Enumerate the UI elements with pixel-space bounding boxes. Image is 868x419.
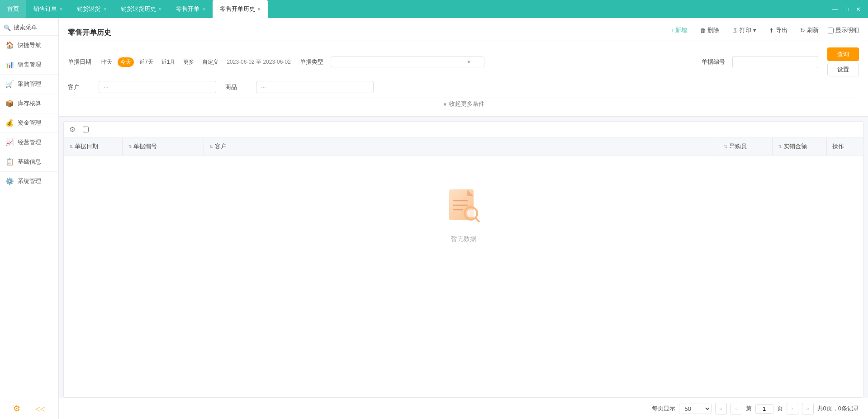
main-layout: 🔍 搜索采单 🏠快捷导航📊销售管理🛒采购管理📦库存核算💰资金管理📈经营管理📋基础…: [0, 18, 868, 419]
sort-icon-customer[interactable]: ⇅: [209, 144, 213, 149]
inventory-icon: 📦: [5, 99, 14, 108]
sidebar-search[interactable]: 🔍 搜索采单: [0, 18, 58, 36]
goods-input[interactable]: ···: [256, 81, 374, 93]
operations-icon: 📈: [5, 138, 14, 146]
close-button[interactable]: ✕: [856, 6, 861, 13]
svg-point-5: [467, 209, 475, 217]
customer-input[interactable]: ···: [99, 81, 216, 93]
nav-tab-home[interactable]: 首页: [0, 0, 26, 18]
content-area: 零售开单历史 + 新增 🗑 删除 🖨 打印 ▾ ⬆ 导出 ↻ 刷新: [59, 18, 868, 419]
goods-label: 商品: [225, 83, 252, 91]
nav-tab-sales-order[interactable]: 销售订单×: [26, 0, 70, 18]
page-unit: 页: [777, 405, 783, 413]
date-range-display: 2023-06-02 至 2023-06-02: [227, 58, 290, 66]
sort-icon-order[interactable]: ⇅: [128, 144, 132, 149]
show-detail-checkbox[interactable]: [828, 28, 834, 33]
prev-page-button[interactable]: ‹: [730, 403, 742, 414]
header-date: ⇅ 单据日期: [64, 138, 123, 155]
sidebar-item-inventory[interactable]: 📦库存核算: [0, 94, 58, 113]
page-title: 零售开单历史: [68, 28, 111, 38]
empty-state-icon: [441, 183, 486, 228]
sort-icon-amount[interactable]: ⇅: [778, 144, 782, 149]
page-size-label: 每页显示: [652, 405, 675, 413]
top-nav-bar: 首页销售订单×销货退货×销货退货历史×零售开单×零售开单历史× — □ ✕: [0, 0, 868, 18]
select-all-checkbox[interactable]: [83, 127, 89, 132]
nav-tab-retail-open-history[interactable]: 零售开单历史×: [213, 0, 268, 18]
page-number-input[interactable]: [755, 404, 773, 414]
order-type-select[interactable]: ▼: [331, 56, 484, 67]
header-action: 操作: [827, 138, 863, 155]
query-button[interactable]: 查询: [827, 47, 859, 61]
first-page-button[interactable]: «: [715, 403, 727, 414]
date-option-yesterday[interactable]: 昨天: [99, 57, 115, 67]
nav-tab-sales-return-history[interactable]: 销货退货历史×: [114, 0, 169, 18]
sidebar-item-purchase-mgmt[interactable]: 🛒采购管理: [0, 75, 58, 94]
settings-gear-icon[interactable]: ⚙: [13, 404, 20, 414]
order-number-input[interactable]: [732, 56, 818, 68]
minimize-button[interactable]: —: [832, 6, 838, 13]
order-number-section: 单据编号: [702, 56, 818, 68]
table-header: ⇅ 单据日期 ⇅ 单据编号 ⇅ 客户 ⇅ 导购员 ⇅ 实销金额: [64, 138, 863, 155]
sidebar: 🔍 搜索采单 🏠快捷导航📊销售管理🛒采购管理📦库存核算💰资金管理📈经营管理📋基础…: [0, 18, 59, 419]
tab-close-sales-order[interactable]: ×: [60, 6, 62, 12]
export-button[interactable]: ⬆ 导出: [765, 24, 791, 36]
sidebar-item-quick-nav[interactable]: 🏠快捷导航: [0, 36, 58, 55]
header-order-num: ⇅ 单据编号: [123, 138, 204, 155]
sidebar-item-finance[interactable]: 💰资金管理: [0, 113, 58, 133]
sidebar-label-operations: 经营管理: [18, 138, 41, 146]
sidebar-label-finance: 资金管理: [18, 119, 41, 127]
maximize-button[interactable]: □: [845, 6, 849, 13]
page-size-select[interactable]: 50 10 20 100: [679, 404, 711, 414]
sidebar-item-basic-info[interactable]: 📋基础信息: [0, 152, 58, 172]
header-amount: ⇅ 实销金额: [773, 138, 827, 155]
filter-row-1: 单据日期 昨天 今天 近7天 近1月 更多 自定义 2023-06-02 至 2…: [68, 47, 859, 76]
sidebar-label-purchase-mgmt: 采购管理: [18, 80, 41, 88]
next-page-button[interactable]: ›: [787, 403, 798, 414]
collapse-label: 收起更多条件: [449, 100, 484, 108]
date-option-last1month[interactable]: 近1月: [159, 57, 178, 67]
sidebar-item-system-mgmt[interactable]: ⚙️系统管理: [0, 172, 58, 191]
sort-icon-salesman[interactable]: ⇅: [724, 144, 727, 149]
header-customer: ⇅ 客户: [204, 138, 718, 155]
system-mgmt-icon: ⚙️: [5, 177, 14, 185]
tab-close-sales-return[interactable]: ×: [103, 6, 106, 12]
collapse-filter-button[interactable]: ∧ 收起更多条件: [68, 98, 859, 110]
settings-filter-button[interactable]: 设置: [827, 63, 859, 76]
table-settings-icon[interactable]: ⚙: [69, 125, 76, 134]
last-page-button[interactable]: »: [802, 403, 814, 414]
quick-nav-icon: 🏠: [5, 41, 14, 49]
refresh-button[interactable]: ↻ 刷新: [797, 24, 822, 36]
basic-info-icon: 📋: [5, 158, 14, 166]
collapse-sidebar-button[interactable]: ◁◁: [35, 405, 45, 412]
sidebar-item-operations[interactable]: 📈经营管理: [0, 133, 58, 152]
date-option-custom[interactable]: 自定义: [199, 57, 221, 67]
tab-close-sales-return-history[interactable]: ×: [159, 6, 161, 12]
nav-tab-retail-open[interactable]: 零售开单×: [169, 0, 212, 18]
pagination-bar: 每页显示 50 10 20 100 « ‹ 第 页 › » 共0页，0条记录: [59, 398, 868, 419]
nav-tab-sales-return[interactable]: 销货退货×: [70, 0, 113, 18]
sidebar-item-sales-mgmt[interactable]: 📊销售管理: [0, 55, 58, 75]
date-option-last7[interactable]: 近7天: [137, 57, 156, 67]
show-detail-label: 显示明细: [835, 26, 859, 34]
filter-panel: 单据日期 昨天 今天 近7天 近1月 更多 自定义 2023-06-02 至 2…: [59, 41, 868, 117]
print-button[interactable]: 🖨 打印 ▾: [728, 24, 760, 36]
tab-close-retail-open-history[interactable]: ×: [258, 6, 261, 12]
sort-icon-date[interactable]: ⇅: [69, 144, 73, 149]
date-option-more[interactable]: 更多: [180, 57, 197, 67]
svg-line-6: [475, 218, 479, 221]
chevron-down-icon: ▼: [466, 59, 471, 65]
date-option-today[interactable]: 今天: [118, 57, 134, 67]
delete-icon: 🗑: [700, 27, 706, 34]
delete-button[interactable]: 🗑 删除: [696, 24, 723, 36]
filter-row-2: 客户 ··· 商品 ···: [68, 81, 859, 93]
header-salesman: ⇅ 导购员: [718, 138, 773, 155]
nav-tabs: 首页销售订单×销货退货×销货退货历史×零售开单×零售开单历史×: [0, 0, 268, 18]
add-button[interactable]: + 新增: [667, 24, 691, 36]
page-header: 零售开单历史 + 新增 🗑 删除 🖨 打印 ▾ ⬆ 导出 ↻ 刷新: [59, 18, 868, 41]
chevron-up-icon: ∧: [443, 101, 447, 108]
date-filter-section: 单据日期 昨天 今天 近7天 近1月 更多 自定义 2023-06-02 至 2…: [68, 57, 291, 67]
show-detail-checkbox-label[interactable]: 显示明细: [828, 26, 859, 34]
customer-label: 客户: [68, 83, 95, 91]
date-options: 昨天 今天 近7天 近1月 更多 自定义: [99, 57, 221, 67]
tab-close-retail-open[interactable]: ×: [202, 6, 205, 12]
